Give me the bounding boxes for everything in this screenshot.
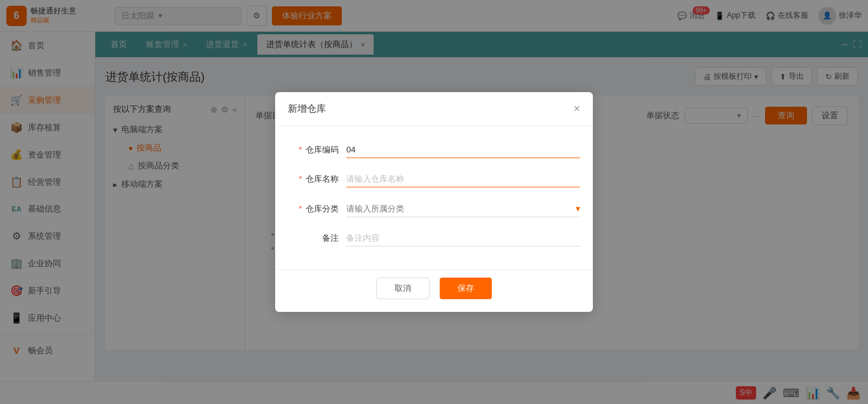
modal-footer: 取消 保存 bbox=[275, 269, 593, 312]
note-input[interactable] bbox=[346, 230, 580, 246]
category-label: * 仓库分类 bbox=[288, 203, 339, 215]
save-button[interactable]: 保存 bbox=[440, 278, 492, 299]
modal-overlay[interactable]: 新增仓库 × * 仓库编码 * 仓库名称 * 仓库分 bbox=[0, 0, 868, 404]
modal-body: * 仓库编码 * 仓库名称 * 仓库分类 ▾ bbox=[275, 126, 593, 269]
name-required-mark: * bbox=[299, 174, 302, 184]
note-label: 备注 bbox=[288, 232, 339, 244]
name-input[interactable] bbox=[346, 171, 580, 187]
code-label: * 仓库编码 bbox=[288, 144, 339, 156]
category-required-mark: * bbox=[299, 204, 302, 213]
category-select[interactable]: ▾ bbox=[346, 200, 580, 217]
code-input[interactable] bbox=[346, 142, 580, 158]
name-label: * 仓库名称 bbox=[288, 173, 339, 185]
cancel-button[interactable]: 取消 bbox=[376, 278, 430, 299]
form-row-name: * 仓库名称 bbox=[288, 171, 580, 187]
modal-title: 新增仓库 bbox=[288, 103, 326, 115]
form-row-note: 备注 bbox=[288, 230, 580, 246]
category-arrow-icon: ▾ bbox=[576, 203, 580, 213]
new-warehouse-modal: 新增仓库 × * 仓库编码 * 仓库名称 * 仓库分 bbox=[275, 92, 593, 312]
code-required-mark: * bbox=[299, 145, 302, 154]
form-row-category: * 仓库分类 ▾ bbox=[288, 200, 580, 217]
form-row-code: * 仓库编码 bbox=[288, 142, 580, 158]
modal-close-icon[interactable]: × bbox=[573, 102, 580, 116]
modal-header: 新增仓库 × bbox=[275, 92, 593, 126]
category-input[interactable] bbox=[346, 204, 576, 213]
